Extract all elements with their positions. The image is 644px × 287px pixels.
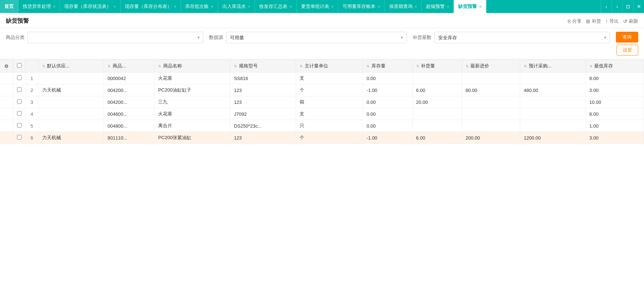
tab-available-ledger-close[interactable]: × bbox=[378, 4, 380, 9]
col-product-code-sort-icon: ⇅ bbox=[108, 64, 110, 68]
tab-inout-flow-close[interactable]: × bbox=[248, 4, 250, 9]
tab-inventory-status-close[interactable]: × bbox=[113, 4, 116, 9]
row-product-name: 三九 bbox=[155, 96, 230, 108]
tab-home[interactable]: 首页 bbox=[0, 0, 18, 13]
tab-receive-summary-label: 收发存汇总表 bbox=[259, 3, 287, 10]
row-latest-price: 200.00 bbox=[462, 132, 520, 144]
row-checkbox[interactable] bbox=[17, 111, 22, 116]
nav-close-button[interactable]: ✕ bbox=[633, 0, 644, 13]
col-num-header bbox=[25, 60, 38, 72]
page-title: 缺货预警 bbox=[6, 17, 29, 25]
tab-available-ledger[interactable]: 可用量库存账本 × bbox=[338, 0, 384, 13]
tab-demand-stats-close[interactable]: × bbox=[331, 4, 334, 9]
tab-demand-stats-label: 要货单统计表 bbox=[301, 3, 329, 10]
tab-inventory-dist[interactable]: 现存量（库存分布表） × bbox=[121, 0, 181, 13]
row-checkbox-cell[interactable] bbox=[13, 120, 25, 132]
col-est-purchase-header[interactable]: ⇅ 预计采购... bbox=[520, 60, 586, 72]
refresh-icon: ↺ bbox=[623, 18, 627, 24]
row-checkbox-cell[interactable] bbox=[13, 96, 25, 108]
col-product-name-header[interactable]: ⇅ 商品名称 bbox=[155, 60, 230, 72]
row-replenish-qty: 6.00 bbox=[412, 132, 462, 144]
row-min-stock: 1.00 bbox=[586, 120, 644, 132]
tab-inventory-status[interactable]: 现存量（库存状况表） × bbox=[60, 0, 120, 13]
row-checkbox[interactable] bbox=[17, 135, 22, 140]
tab-receive-summary-close[interactable]: × bbox=[290, 4, 292, 9]
tab-demand-stats[interactable]: 要货单统计表 × bbox=[297, 0, 338, 13]
table-body: 1 0000042 火花塞 SS816 支 0.00 8.00 2 力天机械 0… bbox=[0, 72, 644, 144]
col-stock-header[interactable]: ⇅ 库存量 bbox=[363, 60, 412, 72]
tab-overstock-label: 超储预警 bbox=[426, 3, 445, 10]
query-button[interactable]: 查询 bbox=[616, 32, 638, 43]
category-select[interactable] bbox=[27, 32, 203, 43]
tab-receive-summary[interactable]: 收发存汇总表 × bbox=[255, 0, 296, 13]
tab-abnormal-close[interactable]: × bbox=[53, 4, 55, 9]
col-min-stock-header[interactable]: ⇅ 最低库存 bbox=[586, 60, 644, 72]
row-spec: 123 bbox=[230, 132, 296, 144]
row-min-stock: 3.00 bbox=[586, 84, 644, 96]
nav-next-button[interactable]: › bbox=[612, 0, 622, 13]
col-settings[interactable]: ⚙ bbox=[0, 60, 13, 72]
row-stock: -1.00 bbox=[363, 84, 412, 96]
col-checkbox-header[interactable] bbox=[13, 60, 25, 72]
row-settings-cell bbox=[0, 132, 13, 144]
row-est-purchase: 480.00 bbox=[520, 84, 586, 96]
col-product-code-header[interactable]: ⇅ 商品... bbox=[104, 60, 155, 72]
row-unit: 支 bbox=[296, 108, 363, 120]
tab-batch-account[interactable]: 库存批次账 × bbox=[181, 0, 218, 13]
replenish-base-select[interactable]: 安全库存 bbox=[434, 32, 610, 43]
row-number: 4 bbox=[25, 108, 38, 120]
nav-restore-button[interactable]: ⊡ bbox=[622, 0, 633, 13]
row-stock: -1.00 bbox=[363, 132, 412, 144]
row-spec: 123 bbox=[230, 84, 296, 96]
settings-button[interactable]: 设置 bbox=[617, 45, 638, 56]
tab-inout-flow-label: 出入库流水 bbox=[222, 3, 246, 10]
col-supplier-header[interactable]: ⇅ 默认供应... bbox=[38, 60, 104, 72]
row-spec: SS816 bbox=[230, 72, 296, 84]
tab-shortage-close[interactable]: × bbox=[479, 4, 481, 9]
main-content: 缺货预警 ⎘ 分享 ⊞ 补货 ↑ 导出 ↺ 刷新 商品分类 bbox=[0, 13, 644, 287]
row-checkbox-cell[interactable] bbox=[13, 72, 25, 84]
share-button[interactable]: ⎘ 分享 bbox=[568, 18, 582, 25]
col-replenish-qty-header[interactable]: ⇅ 补货量 bbox=[412, 60, 462, 72]
row-settings-cell bbox=[0, 108, 13, 120]
tab-overstock[interactable]: 超储预警 × bbox=[422, 0, 454, 13]
row-product-name: PC200油缸缸子 bbox=[155, 84, 230, 96]
row-checkbox-cell[interactable] bbox=[13, 132, 25, 144]
row-checkbox-cell[interactable] bbox=[13, 84, 25, 96]
settings-gear-icon[interactable]: ⚙ bbox=[4, 63, 9, 69]
datasource-filter: 数据源 可用量 ▼ bbox=[209, 32, 406, 43]
row-stock: 0.00 bbox=[363, 120, 412, 132]
replenish-button[interactable]: ⊞ 补货 bbox=[586, 18, 601, 25]
row-supplier bbox=[38, 96, 104, 108]
row-unit: 支 bbox=[296, 72, 363, 84]
table-row: 1 0000042 火花塞 SS816 支 0.00 8.00 bbox=[0, 72, 644, 84]
col-spec-header[interactable]: ⇅ 规格型号 bbox=[230, 60, 296, 72]
row-checkbox[interactable] bbox=[17, 99, 22, 104]
row-checkbox[interactable] bbox=[17, 87, 22, 92]
refresh-button[interactable]: ↺ 刷新 bbox=[623, 18, 638, 25]
datasource-select[interactable]: 可用量 bbox=[226, 32, 406, 43]
tab-abnormal[interactable]: 拣货异常处理 × bbox=[18, 0, 60, 13]
row-number: 3 bbox=[25, 96, 38, 108]
col-latest-price-header[interactable]: ⇅ 最新进价 bbox=[462, 60, 520, 72]
row-checkbox-cell[interactable] bbox=[13, 108, 25, 120]
tab-inventory-dist-close[interactable]: × bbox=[174, 4, 176, 9]
category-label: 商品分类 bbox=[6, 34, 25, 41]
tab-inout-flow[interactable]: 出入库流水 × bbox=[218, 0, 255, 13]
row-checkbox[interactable] bbox=[17, 123, 22, 128]
tab-shortage[interactable]: 缺货预警 × bbox=[454, 0, 486, 13]
row-checkbox[interactable] bbox=[17, 75, 22, 80]
nav-prev-button[interactable]: ‹ bbox=[601, 0, 612, 13]
row-product-code: 801110... bbox=[104, 132, 155, 144]
tab-expiry-query-close[interactable]: × bbox=[415, 4, 417, 9]
col-unit-header[interactable]: ⇅ 主计量单位 bbox=[296, 60, 363, 72]
export-button[interactable]: ↑ 导出 bbox=[605, 18, 619, 25]
tab-expiry-query-label: 保质期查询 bbox=[389, 3, 413, 10]
select-all-checkbox[interactable] bbox=[17, 63, 22, 68]
tab-overstock-close[interactable]: × bbox=[447, 4, 449, 9]
col-supplier-label: 默认供应... bbox=[47, 63, 70, 69]
tab-batch-account-close[interactable]: × bbox=[211, 4, 213, 9]
replenish-base-filter: 补货基数 安全库存 ▼ bbox=[413, 32, 610, 43]
datasource-label: 数据源 bbox=[209, 34, 223, 41]
tab-expiry-query[interactable]: 保质期查询 × bbox=[385, 0, 422, 13]
